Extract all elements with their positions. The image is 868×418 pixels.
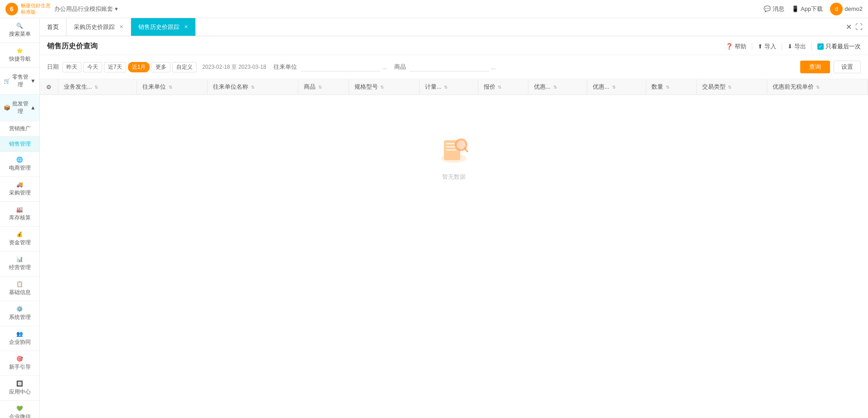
sort-icon-6: ⇅ xyxy=(444,85,448,90)
goods-label: 商品 xyxy=(394,63,406,71)
date-buttons: 昨天 今天 近7天 近1月 更多 自定义 xyxy=(62,62,197,72)
col-discount1[interactable]: 优惠... ⇅ xyxy=(528,79,587,95)
goods-input[interactable] xyxy=(410,62,489,71)
svg-rect-2 xyxy=(446,143,455,144)
sidebar-item-inventory[interactable]: 🏭 库存核算 xyxy=(0,202,39,227)
tab-sales-history[interactable]: 销售历史价跟踪 ✕ xyxy=(131,18,196,36)
sidebar-item-ecommerce[interactable]: 🌐 电商管理 xyxy=(0,152,39,177)
main-layout: 🔍 搜索菜单 ⭐ 快捷导航 🛒 零售管理 ▼ 📦 批发管理 ▲ 营销推广 销售管… xyxy=(0,18,868,418)
wechat-icon: 💚 xyxy=(16,405,23,412)
header-left: 6 畅捷信好生意 标准版 办公用品行业模拟账套 ▾ xyxy=(5,3,118,15)
col-biz-date[interactable]: 业务发生... ⇅ xyxy=(58,79,137,95)
partner-dots[interactable]: ... xyxy=(382,64,387,71)
col-qty[interactable]: 数量 ⇅ xyxy=(646,79,696,95)
sort-icon-5: ⇅ xyxy=(380,85,384,90)
col-unit[interactable]: 计量... ⇅ xyxy=(419,79,478,95)
divider xyxy=(752,43,752,50)
sidebar-item-app-center[interactable]: 🔲 应用中心 xyxy=(0,376,39,401)
file-icon: 📋 xyxy=(16,281,23,287)
sort-icon-11: ⇅ xyxy=(728,85,731,90)
sidebar-item-system[interactable]: ⚙️ 系统管理 xyxy=(0,301,39,326)
tab-purchase-history[interactable]: 采购历史价跟踪 ✕ xyxy=(66,18,131,36)
empty-text: 暂无数据 xyxy=(442,173,466,181)
message-icon: 💬 xyxy=(764,5,771,12)
message-btn[interactable]: 💬 消息 xyxy=(764,5,784,13)
team-icon: 👥 xyxy=(16,331,23,337)
sort-icon-4: ⇅ xyxy=(318,85,322,90)
help-btn[interactable]: ❓ 帮助 xyxy=(726,43,746,51)
tab-home[interactable]: 首页 xyxy=(40,18,66,36)
sidebar-item-sales-mgmt[interactable]: 销售管理 xyxy=(0,137,39,152)
date-label: 日期 xyxy=(47,63,59,71)
col-quote[interactable]: 报价 ⇅ xyxy=(478,79,528,95)
col-discount2[interactable]: 优惠... ⇅ xyxy=(587,79,646,95)
settings-button[interactable]: 设置 xyxy=(834,61,861,73)
date-btn-more[interactable]: 更多 xyxy=(151,62,170,72)
content-area: 首页 采购历史价跟踪 ✕ 销售历史价跟踪 ✕ ✕ ⛶ 销售历史价查询 xyxy=(40,18,868,418)
maximize-btn[interactable]: ⛶ xyxy=(855,23,863,31)
col-pretax-price[interactable]: 优惠前无税单价 ⇅ xyxy=(767,79,868,95)
sidebar: 🔍 搜索菜单 ⭐ 快捷导航 🛒 零售管理 ▼ 📦 批发管理 ▲ 营销推广 销售管… xyxy=(0,18,40,418)
sidebar-item-finance[interactable]: 💰 资金管理 xyxy=(0,227,39,252)
goods-filter-group: 商品 ... xyxy=(394,62,496,71)
close-tab-btn[interactable]: ✕ xyxy=(846,23,852,31)
shop-icon: 🛒 xyxy=(4,78,10,84)
tab-close-purchase[interactable]: ✕ xyxy=(119,24,123,30)
sidebar-item-enterprise[interactable]: 👥 企业协同 xyxy=(0,326,39,351)
col-goods[interactable]: 商品 ⇅ xyxy=(298,79,349,95)
table-wrap: ⚙ 业务发生... ⇅ 往来单位 ⇅ xyxy=(40,79,868,217)
app-download-btn[interactable]: 📱 App下载 xyxy=(792,5,823,13)
partner-input[interactable] xyxy=(301,62,380,71)
sort-icon-9: ⇅ xyxy=(612,85,616,90)
date-btn-yesterday[interactable]: 昨天 xyxy=(62,62,81,72)
import-btn[interactable]: ⬆ 导入 xyxy=(758,43,776,51)
empty-icon xyxy=(436,131,472,167)
goods-dots[interactable]: ... xyxy=(491,64,496,71)
apps-icon: 🔲 xyxy=(16,380,23,387)
tab-close-sales[interactable]: ✕ xyxy=(184,24,188,30)
tab-bar: 首页 采购历史价跟踪 ✕ 销售历史价跟踪 ✕ ✕ ⛶ xyxy=(40,18,868,36)
page-container: 销售历史价查询 ❓ 帮助 ⬆ 导入 ⬇ xyxy=(40,36,868,418)
page-title: 销售历史价查询 xyxy=(47,42,98,51)
nav-title[interactable]: 办公用品行业模拟账套 ▾ xyxy=(54,5,118,13)
box-icon: 📦 xyxy=(4,104,10,111)
download-icon: 📱 xyxy=(792,5,799,12)
sidebar-item-basic-info[interactable]: 📋 基础信息 xyxy=(0,276,39,301)
tab-controls: ✕ ⛶ xyxy=(840,18,868,36)
sidebar-item-wholesale[interactable]: 📦 批发管理 ▲ xyxy=(0,95,39,121)
guide-icon: 🎯 xyxy=(16,356,23,362)
date-btn-custom[interactable]: 自定义 xyxy=(172,62,197,72)
logo-text: 畅捷信好生意 标准版 xyxy=(21,3,51,14)
query-button[interactable]: 查询 xyxy=(800,61,830,73)
sidebar-item-purchase[interactable]: 🚚 采购管理 xyxy=(0,177,39,202)
sidebar-item-marketing[interactable]: 营销推广 xyxy=(0,121,39,137)
sidebar-item-search[interactable]: 🔍 搜索菜单 xyxy=(0,18,39,43)
sort-icon-2: ⇅ xyxy=(169,85,172,90)
date-btn-today[interactable]: 今天 xyxy=(83,62,102,72)
search-icon: 🔍 xyxy=(16,23,23,29)
date-btn-1month[interactable]: 近1月 xyxy=(128,62,150,72)
header-right: 💬 消息 📱 App下载 d demo2 xyxy=(764,3,863,15)
divider3 xyxy=(811,43,812,50)
gear-icon: ⚙️ xyxy=(16,306,23,312)
col-partner-name[interactable]: 往来单位名称 ⇅ xyxy=(208,79,298,95)
export-btn[interactable]: ⬇ 导出 xyxy=(788,43,806,51)
filter-actions: 查询 设置 xyxy=(800,61,861,73)
only-last-checkbox-label[interactable]: ✓ 只看最后一次 xyxy=(817,43,861,51)
date-btn-7days[interactable]: 近7天 xyxy=(104,62,126,72)
user-area[interactable]: d demo2 xyxy=(830,3,863,15)
top-header: 6 畅捷信好生意 标准版 办公用品行业模拟账套 ▾ 💬 消息 📱 App下载 d… xyxy=(0,0,868,18)
col-trade-type[interactable]: 交易类型 ⇅ xyxy=(696,79,767,95)
sidebar-item-operations[interactable]: 📊 经营管理 xyxy=(0,252,39,276)
sidebar-item-wechat[interactable]: 💚 企业微信 xyxy=(0,401,39,418)
page-card: 销售历史价查询 ❓ 帮助 ⬆ 导入 ⬇ xyxy=(40,36,868,418)
table-header-row: ⚙ 业务发生... ⇅ 往来单位 ⇅ xyxy=(40,79,868,95)
sidebar-item-quick-nav[interactable]: ⭐ 快捷导航 xyxy=(0,43,39,68)
sidebar-item-retail[interactable]: 🛒 零售管理 ▼ xyxy=(0,68,39,95)
col-settings[interactable]: ⚙ xyxy=(40,79,58,95)
col-spec[interactable]: 规格型号 ⇅ xyxy=(349,79,419,95)
sidebar-item-guide[interactable]: 🎯 新手引导 xyxy=(0,351,39,376)
goods-input-wrap: ... xyxy=(410,62,496,71)
chevron-down-icon: ▼ xyxy=(30,78,36,84)
col-partner-code[interactable]: 往来单位 ⇅ xyxy=(137,79,208,95)
